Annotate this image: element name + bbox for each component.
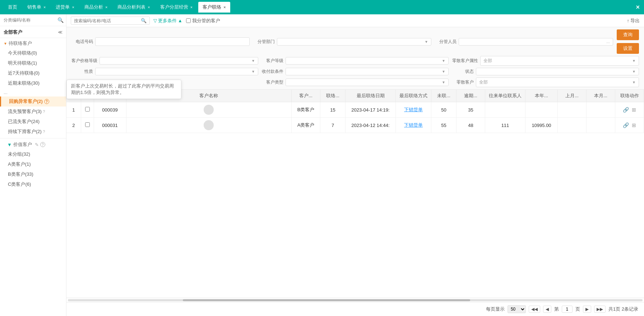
export-button[interactable]: ↑ 导出 (627, 18, 640, 24)
next-page-button[interactable]: ▶ (583, 306, 591, 313)
price-level-select[interactable]: ▼ (99, 57, 258, 65)
row1-seq: 1 (66, 102, 81, 118)
phone-input[interactable] (95, 37, 250, 46)
sidebar-item-recent-label: 近期未联络(30) (8, 80, 40, 86)
dept-chevron-down-icon: ▼ (425, 40, 428, 44)
nav-tab-purchase-close[interactable]: × (72, 5, 74, 9)
nav-tab-customer-tier-close[interactable]: × (190, 5, 193, 9)
all-customers-header[interactable]: 全部客户 ≪ (0, 26, 66, 38)
sidebar-item-repurchase-abnormal[interactable]: 回购异常客户(2) ? (0, 96, 66, 107)
retail-customer-filter: 零散客户 全部 ▼ (452, 77, 639, 87)
sidebar-item-declining[interactable]: 持续下滑客户(2) ? (0, 127, 66, 137)
last-page-button[interactable]: ▶▶ (594, 306, 606, 313)
scroll-track[interactable] (68, 299, 643, 301)
price-level-label: 客户价格等级 (71, 58, 97, 64)
sidebar-item-b-class[interactable]: B类客户(33) (0, 169, 66, 179)
value-group-edit-icon[interactable]: ✎ (35, 142, 39, 147)
payment-select[interactable]: ▼ (286, 68, 449, 75)
nav-tab-customer-contact-close[interactable]: × (223, 5, 226, 9)
sidebar-item-tomorrow[interactable]: 明天待联络(1) (0, 58, 66, 68)
nav-tab-product-list-close[interactable]: × (148, 5, 150, 9)
row1-last-way-link[interactable]: 下销货单 (404, 107, 423, 112)
pending-contact-group[interactable]: ▼ 待联络客户 (0, 38, 66, 48)
scroll-thumb[interactable] (183, 299, 470, 301)
sidebar-item-lost-preview[interactable]: 流失预警客户(3) ? (0, 107, 66, 117)
retail-customer-select[interactable]: 全部 ▼ (476, 77, 639, 87)
retail-customer-label: 零散客户 (452, 79, 474, 85)
prev-page-button[interactable]: ◀ (543, 306, 551, 313)
dept-select[interactable]: ▼ (277, 38, 431, 46)
gender-select[interactable]: ▼ (95, 68, 258, 75)
row1-action: 🔗 ⊞ (615, 102, 644, 118)
row1-link-icon[interactable]: 🔗 (623, 107, 629, 113)
table-area: ⚙ 客户编码 客户名称 客户... (66, 90, 644, 298)
more-conditions-button[interactable]: ▽ 更多条件 ▲ (153, 18, 182, 24)
row2-last-date: 2023-04-12 14:44: (346, 118, 396, 133)
sidebar-item-c-class[interactable]: C类客户(6) (0, 179, 66, 189)
per-page-select[interactable]: 50 20 100 (508, 305, 526, 313)
row1-checkbox[interactable] (81, 102, 94, 118)
sidebar-item-today[interactable]: 今天待联络(0) (0, 48, 66, 58)
row2-grid-icon[interactable]: ⊞ (632, 122, 636, 128)
value-group-arrow-icon: ▼ (7, 142, 12, 147)
customer-level-select[interactable]: ▼ (286, 57, 449, 65)
nav-tab-product-list[interactable]: 商品分析列表 × (113, 2, 154, 13)
first-page-button[interactable]: ◀◀ (529, 306, 540, 313)
row2-unit-person: 111 (485, 118, 525, 133)
sidebar-item-ungrouped[interactable]: 未分组(32) (0, 149, 66, 159)
content-area: 🔍 ▽ 更多条件 ▲ 我分管的客户 ↑ 导出 电话号码 (66, 14, 644, 316)
close-all-tabs-button[interactable]: × (636, 4, 640, 11)
status-select[interactable]: ▼ (476, 68, 639, 75)
my-customer-checkbox[interactable] (186, 18, 191, 23)
page-input[interactable] (562, 306, 573, 313)
table-row: 2 000031 A类客户 (66, 118, 644, 133)
value-group-header[interactable]: ▼ 价值客户 ✎ ? (0, 140, 66, 149)
row2-avatar (204, 120, 214, 130)
row1-last-way[interactable]: 下销货单 (396, 102, 431, 118)
sidebar-search-input[interactable] (4, 18, 57, 23)
nav-tab-product-analysis-close[interactable]: × (105, 5, 107, 9)
payment-chevron-down-icon: ▼ (442, 70, 445, 74)
sidebar-collapse-icon[interactable]: ≪ (58, 30, 62, 35)
search-input[interactable] (74, 18, 139, 23)
row1-grid-icon[interactable]: ⊞ (632, 107, 636, 113)
nav-tab-home[interactable]: 首页 (4, 2, 22, 13)
row2-checkbox[interactable] (81, 118, 94, 133)
nav-tab-sales[interactable]: 销售单 × (23, 2, 50, 13)
row2-last-way-link[interactable]: 下销货单 (404, 122, 423, 128)
th-unit-person: 往来单位联系人 (485, 90, 525, 102)
retail-attr-select[interactable]: 全部 ▼ (480, 56, 639, 66)
nav-tab-purchase[interactable]: 进货单 × (51, 2, 78, 13)
price-level-chevron-down-icon: ▼ (251, 59, 255, 63)
customer-type-select[interactable]: ▼ (286, 79, 449, 86)
horizontal-scrollbar[interactable] (66, 298, 644, 302)
manager-select[interactable]: … (459, 38, 613, 46)
sidebar-item-lost[interactable]: 已流失客户(24) (0, 117, 66, 127)
row1-check[interactable] (85, 107, 90, 112)
sidebar-item-a-class[interactable]: A类客户(1) (0, 159, 66, 169)
row1-name[interactable] (126, 102, 292, 118)
customer-level-filter: 客户等级 ▼ (262, 57, 449, 65)
nav-tab-product-analysis[interactable]: 商品分析 × (80, 2, 112, 13)
my-customer-checkbox-area[interactable]: 我分管的客户 (186, 18, 220, 24)
more-items-dots[interactable]: ... (0, 88, 66, 96)
sidebar-search-box[interactable]: 🔍 (0, 14, 66, 26)
settings-button[interactable]: 设置 (617, 43, 639, 54)
row2-name[interactable] (126, 118, 292, 133)
nav-tab-customer-tier[interactable]: 客户分层经营 × (156, 2, 197, 13)
pending-contact-label: 待联络客户 (9, 40, 32, 47)
row2-link-icon[interactable]: 🔗 (623, 122, 629, 128)
row1-action-icons: 🔗 ⊞ (619, 107, 640, 113)
sidebar-item-7days[interactable]: 近7天待联络(0) (0, 68, 66, 78)
th-last-date: 最后联络日期 (346, 90, 396, 102)
page-label: 第 (554, 306, 559, 312)
query-button[interactable]: 查询 (617, 29, 639, 40)
export-label: 导出 (630, 18, 640, 24)
row2-check[interactable] (85, 122, 90, 127)
nav-tab-sales-close[interactable]: × (43, 5, 46, 9)
search-box[interactable]: 🔍 (71, 16, 150, 25)
sidebar-item-recent[interactable]: 近期未联络(30) (0, 78, 66, 88)
row2-last-way[interactable]: 下销货单 (396, 118, 431, 133)
row2-unread: 55 (431, 118, 457, 133)
nav-tab-customer-contact[interactable]: 客户联络 × (198, 2, 230, 13)
